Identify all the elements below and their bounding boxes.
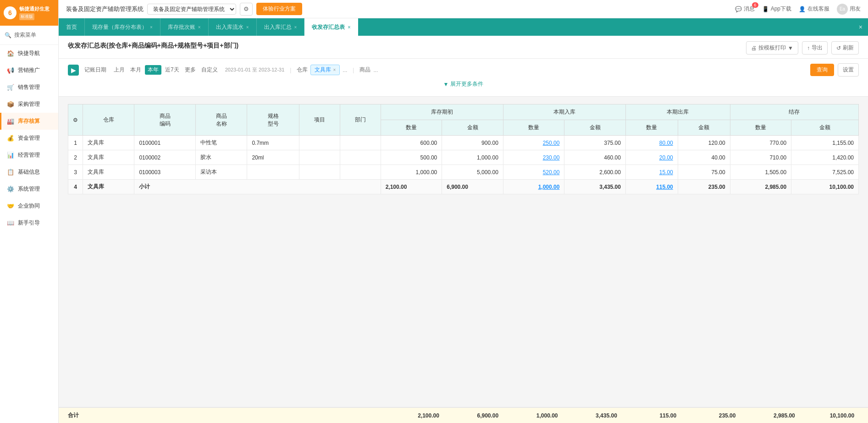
- online-service-item[interactable]: 👤 在线客服: [799, 5, 829, 13]
- cell-bal-qty: 710.00: [730, 150, 791, 165]
- cell-project: [299, 136, 340, 150]
- print-button[interactable]: 🖨 按模板打印 ▼: [746, 41, 798, 55]
- sidebar-item-inventory[interactable]: 🏭 库存核算: [0, 113, 58, 130]
- tab-close-recv-summary[interactable]: ×: [348, 25, 350, 30]
- in-qty-link[interactable]: 520.00: [543, 169, 560, 176]
- cell-out-qty[interactable]: 15.00: [625, 165, 678, 180]
- th-bal-amt: 金额: [791, 120, 859, 136]
- sidebar-item-purchase[interactable]: 📦 采购管理: [0, 96, 58, 113]
- query-button[interactable]: 查询: [810, 64, 834, 76]
- sidebar-item-finance[interactable]: 💰 资金管理: [0, 130, 58, 147]
- inventory-icon: 🏭: [7, 118, 14, 125]
- filter-row: ▶ 记账日期 上月 本月 本年 近7天 更多 自定义 2023-01-01 至 …: [68, 63, 859, 77]
- system-selector[interactable]: 装备及固定资产辅助管理系统: [147, 4, 236, 15]
- cell-in-qty[interactable]: 520.00: [503, 165, 564, 180]
- goods-filter: 商品 ...: [359, 66, 378, 74]
- cell-in-qty[interactable]: 230.00: [503, 150, 564, 165]
- cell-out-qty[interactable]: 80.00: [625, 136, 678, 150]
- sidebar-item-newbie[interactable]: 📖 新手引导: [0, 214, 58, 231]
- filter-toggle-button[interactable]: ▶: [68, 65, 79, 76]
- footer-open-qty: 2,100.00: [385, 412, 444, 419]
- search-menu-button[interactable]: 🔍 搜索菜单: [5, 29, 54, 41]
- sidebar-item-collab[interactable]: 🤝 企业协同: [0, 198, 58, 214]
- footer-spacer5: [325, 412, 384, 419]
- table-area: ⚙ 仓库 商品编码 商品名称 规格型号 项目 部门 库存期初 本期入库 本期出库…: [59, 97, 868, 407]
- user-item[interactable]: Ea 用友: [837, 4, 861, 15]
- th-balance-group: 结存: [730, 104, 858, 120]
- date-range: 2023-01-01 至 2023-12-31: [225, 66, 285, 73]
- out-qty-link[interactable]: 15.00: [659, 169, 673, 176]
- sidebar-item-basic[interactable]: 📋 基础信息: [0, 164, 58, 181]
- out-qty-link[interactable]: 20.00: [659, 154, 673, 161]
- notification-item[interactable]: 💬 消息 6: [735, 5, 755, 13]
- tab-inout-summary[interactable]: 出入库汇总 ×: [257, 18, 305, 36]
- cell-out-qty[interactable]: 20.00: [625, 150, 678, 165]
- in-qty-link[interactable]: 230.00: [543, 154, 560, 161]
- sidebar-nav: 🏠 快捷导航 📢 营销推广 🛒 销售管理 📦 采购管理 🏭 库存核算 💰 资金管…: [0, 45, 58, 423]
- subtotal-row: 4 文具库 小计 2,100.00 6,900.00 1,000.00 3,43…: [68, 180, 859, 194]
- th-goods-code: 商品编码: [134, 104, 196, 136]
- cell-bal-amt: 7,525.00: [791, 165, 859, 180]
- tab-recv-summary[interactable]: 收发存汇总表 ×: [304, 18, 358, 36]
- tab-close-inout-summary[interactable]: ×: [294, 25, 297, 30]
- out-qty-link[interactable]: 80.00: [659, 140, 673, 146]
- sidebar-item-quick-nav[interactable]: 🏠 快捷导航: [0, 45, 58, 62]
- warehouse-tag-close[interactable]: ×: [333, 67, 336, 72]
- sub-in-qty-link[interactable]: 1,000.00: [538, 184, 560, 190]
- warehouse-label: 仓库: [297, 66, 308, 74]
- export-button[interactable]: ↑ 导出: [802, 41, 828, 55]
- date-btn-this-month[interactable]: 本月: [128, 65, 143, 75]
- tab-bar-close-all[interactable]: ×: [853, 23, 868, 31]
- app-download-item[interactable]: 📱 App下载: [762, 5, 791, 13]
- settings-filter-button[interactable]: 设置: [838, 63, 859, 77]
- goods-more-button[interactable]: ...: [373, 67, 378, 73]
- quick-nav-icon: 🏠: [7, 50, 14, 57]
- cell-open-qty: 600.00: [381, 136, 442, 150]
- cell-sub-bal-qty: 2,985.00: [730, 180, 791, 194]
- sidebar-item-marketing[interactable]: 📢 营销推广: [0, 62, 58, 79]
- service-icon: 👤: [799, 6, 806, 12]
- trial-button[interactable]: 体验行业方案: [256, 3, 302, 15]
- tab-inout-flow[interactable]: 出入库流水 ×: [209, 18, 257, 36]
- th-settings[interactable]: ⚙: [68, 104, 83, 136]
- avatar: Ea: [837, 4, 848, 15]
- warehouse-more-button[interactable]: ...: [343, 67, 347, 73]
- date-btn-more[interactable]: 更多: [183, 65, 198, 75]
- cell-in-qty[interactable]: 250.00: [503, 136, 564, 150]
- tab-home[interactable]: 首页: [59, 18, 85, 36]
- tab-stock-dist[interactable]: 现存量（库存分布表） ×: [85, 18, 160, 36]
- cell-sub-in-qty[interactable]: 1,000.00: [503, 180, 564, 194]
- sidebar-item-operation[interactable]: 📊 经营管理: [0, 147, 58, 164]
- sidebar-search-area: 🔍 搜索菜单: [0, 26, 58, 45]
- tab-close-inout-flow[interactable]: ×: [246, 25, 249, 30]
- notification-icon: 💬: [735, 6, 742, 12]
- sidebar-item-system[interactable]: ⚙️ 系统管理: [0, 181, 58, 198]
- cell-out-amt: 40.00: [678, 150, 730, 165]
- settings-button[interactable]: ⚙: [240, 3, 253, 16]
- expand-conditions-button[interactable]: ▼ 展开更多条件: [443, 80, 484, 88]
- th-out-amt: 金额: [678, 120, 730, 136]
- cell-goods-code: 0100002: [134, 150, 196, 165]
- operation-icon: 📊: [7, 152, 14, 159]
- sidebar-item-sales[interactable]: 🛒 销售管理: [0, 79, 58, 96]
- cell-sub-open-amt: 6,900.00: [442, 180, 503, 194]
- date-btn-this-year[interactable]: 本年: [145, 65, 161, 75]
- in-qty-link[interactable]: 250.00: [543, 140, 560, 146]
- page-title: 收发存汇总表(按仓库+商品编码+商品+规格型号+项目+部门): [68, 42, 238, 50]
- date-btn-7days[interactable]: 近7天: [163, 65, 181, 75]
- content-area: 收发存汇总表(按仓库+商品编码+商品+规格型号+项目+部门) 🖨 按模板打印 ▼…: [59, 36, 868, 423]
- sub-out-qty-link[interactable]: 115.00: [656, 184, 673, 190]
- cell-sub-out-qty[interactable]: 115.00: [625, 180, 678, 194]
- date-btn-custom[interactable]: 自定义: [199, 65, 220, 75]
- cell-warehouse: 文具库: [83, 165, 134, 180]
- tab-batch[interactable]: 库存批次账 ×: [160, 18, 209, 36]
- cell-sub-in-amt: 3,435.00: [564, 180, 626, 194]
- cell-goods-name: 中性笔: [195, 136, 247, 150]
- refresh-button[interactable]: ↺ 刷新: [831, 41, 859, 55]
- date-btn-prev-month[interactable]: 上月: [112, 65, 127, 75]
- tab-close-batch[interactable]: ×: [198, 25, 201, 30]
- cell-open-amt: 900.00: [442, 136, 503, 150]
- sidebar-logo: 6 畅捷通好生意 标准版: [0, 0, 58, 26]
- export-icon: ↑: [807, 45, 810, 51]
- tab-close-stock-dist[interactable]: ×: [150, 25, 153, 30]
